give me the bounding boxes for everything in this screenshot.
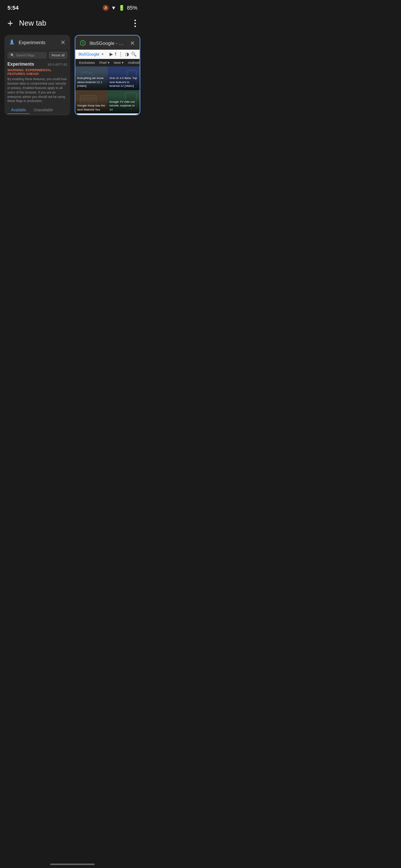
experiments-page-title: Experiments <box>7 62 34 67</box>
news-site-bar: 9to5Google ▾ ▶ f ⋮ ◑ 🔍 <box>75 50 140 59</box>
tab-header-experiments: Experiments ✕ <box>4 35 70 49</box>
article-1-overlay: Everything we know about Android 12.1 [V… <box>75 72 108 90</box>
notification-muted-icon: 🔕 <box>102 5 109 11</box>
tab-close-9to5google[interactable]: ✕ <box>128 39 136 47</box>
tab-card-9to5google[interactable]: 9to5Google - Googl ✕ 9to5Google ▾ ▶ f ⋮ … <box>75 35 140 115</box>
site-icons: ▶ f ⋮ ◑ 🔍 <box>110 52 137 57</box>
new-tab-button[interactable]: + <box>7 17 13 29</box>
news-nav-bar: Exclusives Pixel ▾ Nest ▾ Android ▾ Goo … <box>75 59 140 66</box>
experiments-content: 🔍 Search flags Reset all Experiments 93.… <box>4 49 70 114</box>
more-icon: ⋮ <box>118 52 123 57</box>
search-icon: 🔍 <box>10 53 14 57</box>
reset-all-button[interactable]: Reset all <box>49 52 67 59</box>
experiments-description: By enabling these features, you could lo… <box>7 77 67 103</box>
status-time: 5:54 <box>7 4 19 11</box>
experiments-warning: WARNING: EXPERIMENTAL FEATURES AHEAD! <box>7 68 67 76</box>
battery-icon: 🔋 <box>118 5 125 11</box>
tab-card-experiments[interactable]: Experiments ✕ 🔍 Search flags Reset all E… <box>4 35 70 115</box>
flask-icon <box>8 39 16 46</box>
status-bar: 5:54 🔕 ▼ 🔋 85% <box>0 0 145 14</box>
top-bar-left: + New tab <box>7 17 46 29</box>
site-chevron-icon: ▾ <box>102 52 104 56</box>
article-3[interactable]: Google Keep has the best Material You <box>75 90 108 114</box>
more-dot-3 <box>134 26 136 27</box>
article-3-title: Google Keep has the best Material You <box>77 104 106 112</box>
status-right: 🔕 ▼ 🔋 85% <box>102 5 137 11</box>
article-2[interactable]: One UI 4.0 Beta: Top new features in And… <box>108 66 140 90</box>
wifi-icon: ▼ <box>111 5 116 11</box>
facebook-icon: f <box>115 52 116 57</box>
news-content: 9to5Google ▾ ▶ f ⋮ ◑ 🔍 Exclusives Pixel … <box>75 50 140 115</box>
exp-search-row: 🔍 Search flags Reset all <box>7 52 67 59</box>
tab-close-experiments[interactable]: ✕ <box>59 39 66 46</box>
tab-title-9to5google: 9to5Google - Googl <box>89 40 125 46</box>
article-4[interactable]: Google TV rolls out remote, expands to 1… <box>108 90 140 114</box>
article-1[interactable]: Everything we know about Android 12.1 [V… <box>75 66 108 90</box>
search-icon: 🔍 <box>131 52 137 57</box>
exp-title-row: Experiments 93.0.4577.82 <box>7 62 67 67</box>
page-title: New tab <box>19 19 46 27</box>
news-articles-grid: Everything we know about Android 12.1 [V… <box>75 66 140 114</box>
clock-icon <box>79 39 87 47</box>
article-2-overlay: One UI 4.0 Beta: Top new features in And… <box>108 72 140 90</box>
article-3-overlay: Google Keep has the best Material You <box>75 99 108 114</box>
search-flags-placeholder: Search flags <box>16 53 35 57</box>
more-menu-button[interactable] <box>133 18 137 29</box>
article-4-title: Google TV rolls out remote, expands to 1… <box>110 100 138 112</box>
tab-header-9to5google: 9to5Google - Googl ✕ <box>75 36 140 50</box>
exp-search-box[interactable]: 🔍 Search flags <box>7 52 47 59</box>
more-dot-2 <box>134 23 136 24</box>
tab-title-experiments: Experiments <box>19 40 56 45</box>
site-name: 9to5Google <box>78 52 100 56</box>
top-bar: + New tab <box>0 14 145 35</box>
experiments-version: 93.0.4577.82 <box>48 63 67 66</box>
tabs-grid: Experiments ✕ 🔍 Search flags Reset all E… <box>0 35 145 115</box>
dark-mode-icon: ◑ <box>125 52 129 57</box>
more-dot-1 <box>134 20 136 21</box>
tab-available[interactable]: Available <box>7 106 30 114</box>
nav-android[interactable]: Android ▾ <box>126 59 140 66</box>
tab-unavailable[interactable]: Unavailable <box>30 106 56 114</box>
experiments-tabs-row: Available Unavailable <box>7 106 67 114</box>
article-4-overlay: Google TV rolls out remote, expands to 1… <box>108 96 140 114</box>
battery-percentage: 85% <box>127 5 137 11</box>
nav-exclusives[interactable]: Exclusives <box>77 59 97 66</box>
nav-nest[interactable]: Nest ▾ <box>112 59 126 66</box>
article-1-title: Everything we know about Android 12.1 [V… <box>77 76 106 88</box>
article-2-title: One UI 4.0 Beta: Top new features in And… <box>110 76 138 88</box>
youtube-icon: ▶ <box>110 52 113 57</box>
nav-pixel[interactable]: Pixel ▾ <box>97 59 112 66</box>
